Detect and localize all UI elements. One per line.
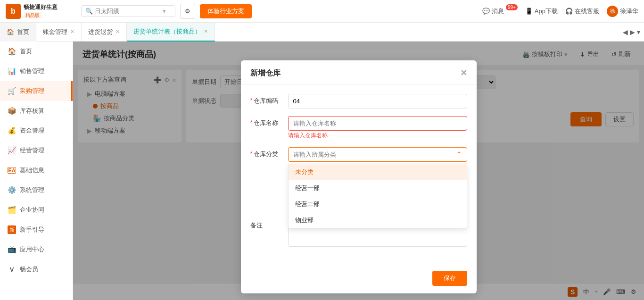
online-service-item[interactable]: 🎧 在线客服 [565, 7, 599, 16]
logo-badge: 精品版 [24, 12, 41, 18]
dialog-close-button[interactable]: ✕ [460, 68, 467, 78]
gear-button[interactable]: ⚙ [180, 4, 195, 19]
tab-close-purchase-return[interactable]: ✕ [116, 29, 120, 35]
app-download-item[interactable]: 📱 App下载 [525, 7, 558, 16]
business-icon: 📈 [8, 146, 16, 155]
tab-close-accounts[interactable]: ✕ [70, 29, 74, 35]
name-input-wrap: 请输入仓库名称 [288, 116, 467, 140]
dialog-header: 新增仓库 ✕ [241, 60, 477, 84]
category-field-row: * 仓库分类 ⌃ 未分类 经营一部 经 [250, 147, 467, 162]
inventory-icon: 📦 [8, 107, 16, 115]
sidebar-item-appstore[interactable]: 📺 应用中心 [0, 240, 73, 259]
dropdown-item-dept2[interactable]: 经营二部 [289, 196, 467, 212]
sidebar-item-business[interactable]: 📈 经营管理 [0, 141, 73, 160]
name-label: * 仓库名称 [250, 116, 288, 127]
sales-icon: 📊 [8, 67, 16, 75]
header-right: 💬 消息 99+ 📱 App下载 🎧 在线客服 徐 徐泽华 [482, 6, 638, 17]
name-input[interactable] [288, 116, 467, 131]
dropdown-item-dept1[interactable]: 经营一部 [289, 180, 467, 196]
basic-info-icon: EA [8, 167, 16, 174]
logo-icon: b [6, 4, 21, 19]
code-field-row: * 仓库编码 [250, 94, 467, 108]
tab-bar: 🏠 首页 账套管理 ✕ 进货退货 ✕ 进货单统计表（按商品） ✕ ◀ ▶ ▾ [0, 23, 644, 42]
collab-icon: 🗂️ [8, 206, 16, 214]
category-dropdown: 未分类 经营一部 经营二部 物业部 [288, 164, 467, 229]
tab-purchase-stats[interactable]: 进货单统计表（按商品） ✕ [127, 23, 215, 42]
message-badge: 99+ [506, 4, 518, 10]
trial-button[interactable]: 体验行业方案 [200, 4, 252, 18]
category-toggle-icon[interactable]: ⌃ [456, 150, 462, 159]
dialog-footer: 保存 [241, 265, 477, 293]
modal-overlay[interactable]: 新增仓库 ✕ * 仓库编码 [73, 42, 644, 300]
search-area[interactable]: 🔍 ▾ [81, 5, 175, 17]
avatar: 徐 [607, 6, 618, 17]
top-header: b 畅捷通好生意 精品版 🔍 ▾ ⚙ 体验行业方案 💬 消息 99+ 📱 App… [0, 0, 644, 23]
dropdown-item-uncategorized[interactable]: 未分类 [289, 164, 467, 180]
dropdown-item-dept3[interactable]: 物业部 [289, 212, 467, 228]
tab-purchase-return[interactable]: 进货退货 ✕ [82, 23, 127, 42]
name-field-row: * 仓库名称 请输入仓库名称 [250, 116, 467, 140]
main-layout: 🏠 首页 📊 销售管理 🛒 采购管理 📦 库存核算 💰 资金管理 📈 经营管理 … [0, 42, 644, 300]
home-icon: 🏠 [7, 28, 14, 35]
sidebar-item-home[interactable]: 🏠 首页 [0, 42, 73, 61]
system-icon: ⚙️ [8, 186, 16, 194]
code-input[interactable] [288, 94, 467, 108]
message-icon: 💬 [482, 8, 490, 15]
tab-prev[interactable]: ◀ [623, 28, 628, 36]
category-label: * 仓库分类 [250, 147, 288, 158]
dialog-title: 新增仓库 [250, 68, 281, 78]
purchase-icon: 🛒 [8, 87, 16, 95]
tab-menu[interactable]: ▾ [637, 28, 640, 36]
category-select-wrap[interactable]: ⌃ [288, 147, 467, 162]
guide-icon: 新 [8, 225, 16, 234]
sidebar-item-collab[interactable]: 🗂️ 企业协同 [0, 200, 73, 220]
sidebar: 🏠 首页 📊 销售管理 🛒 采购管理 📦 库存核算 💰 资金管理 📈 经营管理 … [0, 42, 73, 300]
message-item[interactable]: 💬 消息 99+ [482, 7, 518, 16]
logo-area: b 畅捷通好生意 精品版 [6, 3, 76, 19]
finance-icon: 💰 [8, 126, 16, 135]
logo-text: 畅捷通好生意 精品版 [24, 3, 58, 19]
add-warehouse-dialog: 新增仓库 ✕ * 仓库编码 [241, 60, 477, 293]
sidebar-item-guide[interactable]: 新 新手引导 [0, 220, 73, 240]
sidebar-item-system[interactable]: ⚙️ 系统管理 [0, 180, 73, 200]
save-button[interactable]: 保存 [432, 271, 467, 286]
home-sidebar-icon: 🏠 [8, 47, 16, 56]
sidebar-item-finance[interactable]: 💰 资金管理 [0, 121, 73, 141]
tab-close-purchase-stats[interactable]: ✕ [204, 28, 208, 34]
mobile-icon: 📱 [525, 8, 533, 15]
sidebar-item-member[interactable]: V 畅会员 [0, 259, 73, 279]
user-item[interactable]: 徐 徐泽华 [607, 6, 638, 17]
dialog-body: * 仓库编码 * 仓库名称 [241, 84, 477, 265]
name-error-msg: 请输入仓库名称 [288, 132, 467, 140]
code-input-wrap [288, 94, 467, 108]
appstore-icon: 📺 [8, 245, 16, 254]
category-input-wrap: ⌃ 未分类 经营一部 经营二部 物业部 [288, 147, 467, 162]
search-input[interactable] [95, 8, 161, 15]
sidebar-item-sales[interactable]: 📊 销售管理 [0, 61, 73, 81]
tab-next[interactable]: ▶ [630, 28, 635, 36]
memo-label: 备注 [250, 218, 288, 230]
search-icon: 🔍 [85, 8, 93, 15]
sidebar-item-inventory[interactable]: 📦 库存核算 [0, 101, 73, 121]
tab-home[interactable]: 🏠 首页 [0, 23, 36, 42]
member-icon: V [8, 265, 16, 274]
sidebar-item-basic-info[interactable]: EA 基础信息 [0, 160, 73, 180]
code-label: * 仓库编码 [250, 94, 288, 105]
dropdown-icon: ▾ [163, 8, 166, 15]
content-area: 进货单统计(按商品) 🖨️ 按模板打印 ▾ ⬇ 导出 ↺ 刷新 [73, 42, 644, 300]
headset-icon: 🎧 [565, 8, 573, 15]
category-input[interactable] [293, 151, 456, 158]
tab-controls: ◀ ▶ ▾ [619, 28, 644, 36]
sidebar-item-purchase[interactable]: 🛒 采购管理 [0, 81, 73, 101]
tab-accounts[interactable]: 账套管理 ✕ [36, 23, 82, 42]
